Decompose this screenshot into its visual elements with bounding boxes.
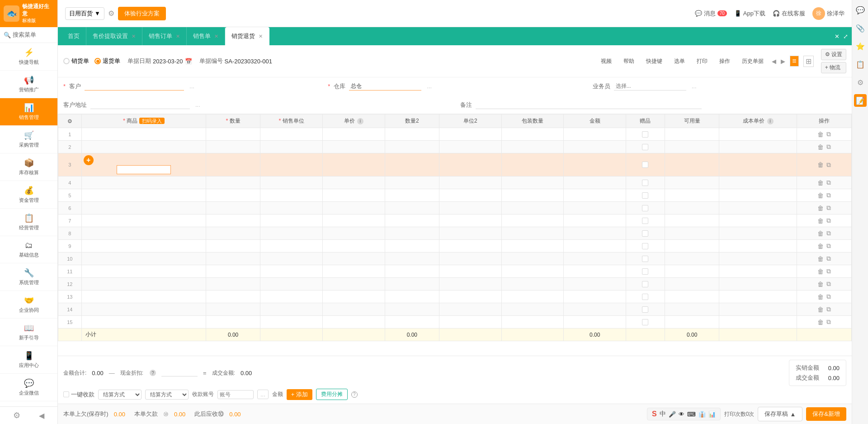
- row-cost-5[interactable]: [719, 189, 797, 202]
- row-amount-15[interactable]: [564, 316, 626, 329]
- tab-order[interactable]: 销售订单 ✕: [142, 27, 187, 45]
- prev-doc-icon[interactable]: ◀: [772, 58, 776, 65]
- price-info-icon[interactable]: i: [357, 118, 363, 124]
- row-product-8[interactable]: [81, 227, 206, 240]
- row-gift-14[interactable]: [626, 303, 665, 316]
- row-avail-14[interactable]: [665, 303, 719, 316]
- copy-icon-9[interactable]: ⧉: [826, 242, 831, 250]
- settings-gear-icon[interactable]: ⚙: [108, 9, 114, 18]
- download-btn[interactable]: 📱 App下载: [734, 10, 765, 18]
- row-avail-15[interactable]: [665, 316, 719, 329]
- gift-checkbox-15[interactable]: [642, 319, 648, 325]
- row-qty2-3[interactable]: [385, 153, 439, 176]
- row-unit2-3[interactable]: [439, 153, 502, 176]
- gift-checkbox-14[interactable]: [642, 306, 648, 313]
- row-gift-3[interactable]: [626, 153, 665, 176]
- row-avail-4[interactable]: [665, 176, 719, 189]
- row-unit-9[interactable]: [260, 240, 323, 252]
- row-qty-11[interactable]: [206, 265, 260, 278]
- row-pkg-11[interactable]: [501, 265, 564, 278]
- save-draft-btn[interactable]: 保存草稿 ▲: [758, 407, 802, 421]
- row-qty2-8[interactable]: [385, 227, 439, 240]
- row-product-12[interactable]: [81, 278, 206, 291]
- delete-icon-5[interactable]: 🗑: [817, 192, 824, 199]
- customer-dots[interactable]: ...: [189, 83, 194, 90]
- delete-icon-10[interactable]: 🗑: [817, 255, 824, 262]
- row-unit2-12[interactable]: [439, 278, 502, 291]
- row-avail-7[interactable]: [665, 214, 719, 227]
- calendar-icon[interactable]: 📅: [185, 58, 192, 65]
- delete-icon-15[interactable]: 🗑: [817, 319, 824, 326]
- row-cost-6[interactable]: [719, 202, 797, 214]
- row-unit-15[interactable]: [260, 316, 323, 329]
- gift-checkbox-1[interactable]: [642, 131, 648, 138]
- account-dots-btn[interactable]: ...: [257, 390, 269, 399]
- tab-return-close[interactable]: ✕: [259, 33, 263, 39]
- delete-icon-9[interactable]: 🗑: [817, 243, 824, 250]
- row-avail-6[interactable]: [665, 202, 719, 214]
- sidebar-item-appstore[interactable]: 📱 应用中心: [0, 346, 57, 374]
- copy-icon-12[interactable]: ⧉: [826, 280, 831, 288]
- delete-icon-13[interactable]: 🗑: [817, 293, 824, 300]
- row-pkg-12[interactable]: [501, 278, 564, 291]
- gift-checkbox-12[interactable]: [642, 281, 648, 287]
- gift-checkbox-13[interactable]: [642, 294, 648, 300]
- radio-sale[interactable]: 销货单: [63, 57, 89, 65]
- delete-icon-3[interactable]: 🗑: [817, 161, 824, 168]
- delete-icon-11[interactable]: 🗑: [817, 268, 824, 275]
- row-cost-3[interactable]: [719, 153, 797, 176]
- salesman-dots[interactable]: ...: [692, 83, 697, 90]
- row-gift-10[interactable]: [626, 252, 665, 265]
- row-pkg-14[interactable]: [501, 303, 564, 316]
- sidebar-item-finance[interactable]: 💰 资金管理: [0, 181, 57, 209]
- row-price-8[interactable]: [322, 227, 385, 240]
- tab-sale[interactable]: 销售单 ✕: [187, 27, 225, 45]
- row-product-14[interactable]: [81, 303, 206, 316]
- gift-checkbox-8[interactable]: [642, 230, 648, 237]
- radio-return[interactable]: 退货单: [94, 57, 120, 65]
- row-price-4[interactable]: [322, 176, 385, 189]
- row-qty2-12[interactable]: [385, 278, 439, 291]
- row-cost-12[interactable]: [719, 278, 797, 291]
- sidebar-item-coop[interactable]: 🤝 企业协同: [0, 291, 57, 319]
- row-pkg-13[interactable]: [501, 291, 564, 303]
- user-avatar[interactable]: 徐 徐泽华: [812, 7, 844, 20]
- row-avail-10[interactable]: [665, 252, 719, 265]
- gift-checkbox-10[interactable]: [642, 256, 648, 262]
- row-gift-4[interactable]: [626, 176, 665, 189]
- help-btn[interactable]: 帮助: [620, 56, 638, 67]
- row-unit-1[interactable]: [260, 128, 323, 141]
- row-cost-7[interactable]: [719, 214, 797, 227]
- row-amount-9[interactable]: [564, 240, 626, 252]
- copy-icon-4[interactable]: ⧉: [826, 179, 831, 186]
- service-btn[interactable]: 🎧 在线客服: [773, 10, 805, 18]
- row-price-15[interactable]: [322, 316, 385, 329]
- print-btn[interactable]: 打印: [693, 56, 711, 67]
- row-amount-7[interactable]: [564, 214, 626, 227]
- row-avail-5[interactable]: [665, 189, 719, 202]
- fee-split-btn[interactable]: 费用分摊: [316, 389, 348, 400]
- row-amount-2[interactable]: [564, 141, 626, 153]
- sidebar-item-system[interactable]: 🔧 系统管理: [0, 263, 57, 291]
- row-unit2-2[interactable]: [439, 141, 502, 153]
- row-product-6[interactable]: [81, 202, 206, 214]
- operate-btn[interactable]: 操作: [716, 56, 734, 67]
- row-unit2-15[interactable]: [439, 316, 502, 329]
- collapse-icon[interactable]: ◀: [39, 411, 44, 420]
- row-amount-1[interactable]: [564, 128, 626, 141]
- row-qty2-9[interactable]: [385, 240, 439, 252]
- copy-icon-13[interactable]: ⧉: [826, 293, 831, 300]
- row-unit2-11[interactable]: [439, 265, 502, 278]
- row-unit2-4[interactable]: [439, 176, 502, 189]
- row-qty-10[interactable]: [206, 252, 260, 265]
- row-avail-12[interactable]: [665, 278, 719, 291]
- sidebar-item-purchase[interactable]: 🛒 采购管理: [0, 126, 57, 153]
- row-pkg-4[interactable]: [501, 176, 564, 189]
- close-all-icon[interactable]: ✕: [835, 33, 840, 40]
- debt-icon[interactable]: ⑩: [163, 411, 169, 418]
- row-cost-2[interactable]: [719, 141, 797, 153]
- salesman-input[interactable]: [614, 82, 686, 91]
- row-price-3[interactable]: [322, 153, 385, 176]
- rp-icon-2[interactable]: 📎: [854, 22, 867, 34]
- row-pkg-2[interactable]: [501, 141, 564, 153]
